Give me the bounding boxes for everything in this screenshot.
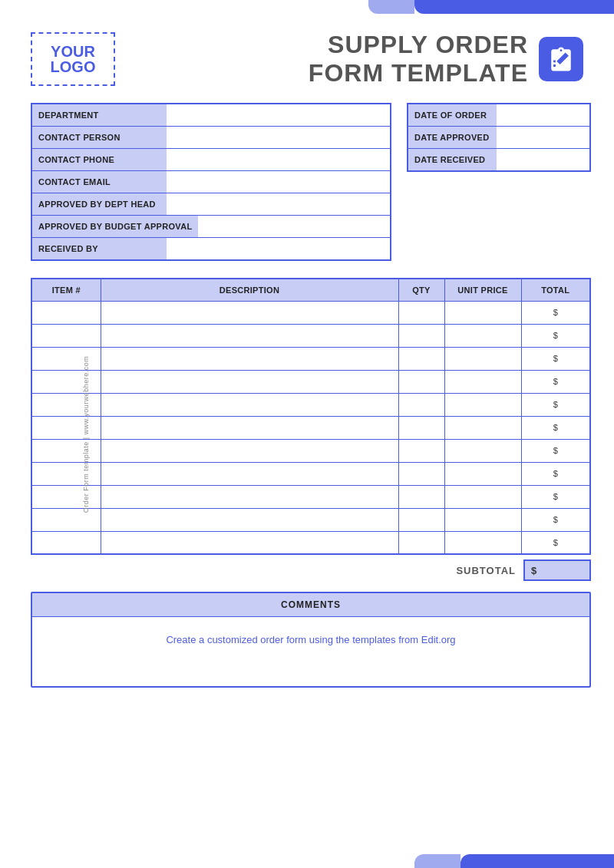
right-field-label: DATE RECEIVED: [408, 149, 497, 170]
right-info-row: DATE OF ORDER: [408, 104, 589, 127]
left-field-label: CONTACT PERSON: [32, 127, 167, 148]
cell-unit_price[interactable]: [444, 485, 521, 508]
cell-qty[interactable]: [398, 439, 444, 462]
cell-desc[interactable]: [101, 324, 398, 347]
header: YOUR LOGO SUPPLY ORDER FORM TEMPLATE: [31, 31, 591, 87]
top-bar-main: [414, 0, 614, 14]
cell-qty[interactable]: [398, 301, 444, 324]
cell-qty[interactable]: [398, 531, 444, 554]
cell-desc[interactable]: [101, 416, 398, 439]
right-field-label: DATE APPROVED: [408, 127, 497, 148]
items-table-header: ITEM #: [31, 279, 101, 302]
logo-line2: LOGO: [51, 59, 96, 74]
subtotal-value: $: [523, 559, 591, 581]
subtotal-row: SUBTOTAL $: [31, 559, 591, 581]
cell-qty[interactable]: [398, 485, 444, 508]
cell-item[interactable]: [31, 393, 101, 416]
cell-qty[interactable]: [398, 324, 444, 347]
top-bar-accent: [368, 0, 414, 14]
cell-total[interactable]: $: [521, 301, 590, 324]
cell-desc[interactable]: [101, 301, 398, 324]
cell-total[interactable]: $: [521, 508, 590, 531]
cell-total[interactable]: $: [521, 347, 590, 370]
cell-total[interactable]: $: [521, 462, 590, 485]
table-row: $: [31, 531, 590, 554]
comments-body: Create a customized order form using the…: [32, 617, 589, 686]
cell-item[interactable]: [31, 531, 101, 554]
cell-unit_price[interactable]: [444, 462, 521, 485]
logo-box: YOUR LOGO: [31, 32, 115, 86]
cell-unit_price[interactable]: [444, 531, 521, 554]
cell-desc[interactable]: [101, 485, 398, 508]
left-field-value[interactable]: [167, 104, 390, 126]
table-row: $: [31, 416, 590, 439]
right-field-value[interactable]: [497, 104, 589, 126]
table-row: $: [31, 485, 590, 508]
cell-item[interactable]: [31, 347, 101, 370]
cell-qty[interactable]: [398, 416, 444, 439]
left-field-value[interactable]: [167, 193, 390, 215]
cell-total[interactable]: $: [521, 439, 590, 462]
cell-qty[interactable]: [398, 370, 444, 393]
cell-unit_price[interactable]: [444, 393, 521, 416]
cell-desc[interactable]: [101, 439, 398, 462]
cell-unit_price[interactable]: [444, 370, 521, 393]
cell-item[interactable]: [31, 508, 101, 531]
cell-unit_price[interactable]: [444, 508, 521, 531]
left-field-label: DEPARTMENT: [32, 104, 167, 126]
bottom-bar-accent: [414, 854, 460, 868]
left-field-value[interactable]: [167, 171, 390, 193]
left-field-label: APPROVED BY DEPT HEAD: [32, 193, 167, 215]
cell-desc[interactable]: [101, 508, 398, 531]
cell-unit_price[interactable]: [444, 301, 521, 324]
items-table-header: Unit PRICE: [444, 279, 521, 302]
cell-item[interactable]: [31, 370, 101, 393]
cell-desc[interactable]: [101, 531, 398, 554]
cell-desc[interactable]: [101, 370, 398, 393]
cell-total[interactable]: $: [521, 370, 590, 393]
left-info-row: APPROVED BY DEPT HEAD: [32, 193, 390, 216]
items-table: ITEM #DESCRIPTIONQTYUnit PRICETOTAL$$$$$…: [31, 278, 591, 556]
table-row: $: [31, 508, 590, 531]
left-info-row: CONTACT PHONE: [32, 149, 390, 171]
cell-desc[interactable]: [101, 462, 398, 485]
left-field-value[interactable]: [167, 127, 390, 148]
cell-item[interactable]: [31, 462, 101, 485]
cell-total[interactable]: $: [521, 324, 590, 347]
table-row: $: [31, 347, 590, 370]
left-field-value[interactable]: [167, 149, 390, 170]
logo-line1: YOUR: [51, 44, 95, 59]
cell-item[interactable]: [31, 324, 101, 347]
cell-unit_price[interactable]: [444, 347, 521, 370]
cell-desc[interactable]: [101, 393, 398, 416]
cell-qty[interactable]: [398, 347, 444, 370]
cell-item[interactable]: [31, 416, 101, 439]
cell-desc[interactable]: [101, 347, 398, 370]
cell-qty[interactable]: [398, 462, 444, 485]
cell-qty[interactable]: [398, 508, 444, 531]
cell-total[interactable]: $: [521, 416, 590, 439]
left-info-row: APPROVED BY BUDGET APPROVAL: [32, 216, 390, 238]
right-field-value[interactable]: [497, 127, 589, 148]
left-field-value[interactable]: [167, 238, 390, 259]
info-section: DEPARTMENT CONTACT PERSON CONTACT PHONE …: [31, 103, 591, 261]
left-field-value[interactable]: [198, 216, 390, 237]
cell-item[interactable]: [31, 439, 101, 462]
cell-item[interactable]: [31, 485, 101, 508]
cell-unit_price[interactable]: [444, 324, 521, 347]
right-field-value[interactable]: [497, 149, 589, 170]
left-field-label: APPROVED BY BUDGET APPROVAL: [32, 216, 198, 237]
comments-section: COMMENTS Create a customized order form …: [31, 592, 591, 688]
cell-item[interactable]: [31, 301, 101, 324]
cell-qty[interactable]: [398, 393, 444, 416]
side-watermark: Order Form template | www.yourwebhere.co…: [82, 355, 90, 512]
cell-total[interactable]: $: [521, 393, 590, 416]
table-row: $: [31, 462, 590, 485]
left-info-row: CONTACT EMAIL: [32, 171, 390, 193]
cell-unit_price[interactable]: [444, 439, 521, 462]
right-info-table: DATE OF ORDER DATE APPROVED DATE RECEIVE…: [407, 103, 591, 172]
cell-total[interactable]: $: [521, 531, 590, 554]
right-info-row: DATE RECEIVED: [408, 149, 589, 170]
cell-total[interactable]: $: [521, 485, 590, 508]
cell-unit_price[interactable]: [444, 416, 521, 439]
